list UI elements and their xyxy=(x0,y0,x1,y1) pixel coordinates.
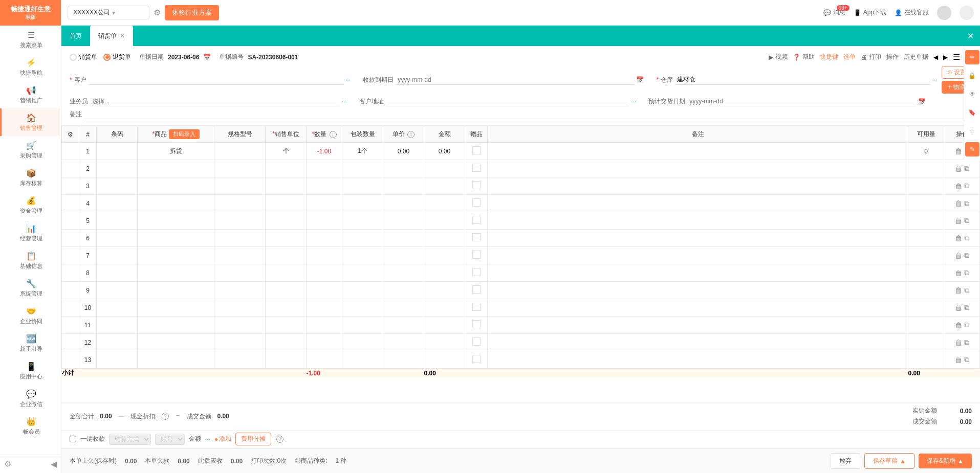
row-product[interactable] xyxy=(138,195,214,212)
row-copy-icon[interactable]: ⧉ xyxy=(964,251,969,260)
expected-date-input[interactable] xyxy=(687,97,916,106)
row-amount[interactable]: 0.00 xyxy=(424,143,465,160)
row-barcode[interactable] xyxy=(97,299,138,317)
expense-info-icon[interactable]: ? xyxy=(276,436,284,443)
user-avatar-2[interactable] xyxy=(960,6,974,20)
gift-checkbox[interactable] xyxy=(472,181,481,189)
row-spec[interactable] xyxy=(214,247,266,264)
calendar-icon[interactable]: 📅 xyxy=(203,54,211,61)
row-barcode[interactable] xyxy=(97,177,138,195)
row-qty[interactable] xyxy=(307,247,342,264)
row-amount[interactable] xyxy=(424,195,465,212)
row-qty[interactable]: -1.00 xyxy=(307,143,342,160)
discard-button[interactable]: 放弃 xyxy=(831,453,860,469)
row-gift[interactable] xyxy=(465,160,488,177)
row-product[interactable] xyxy=(138,264,214,282)
row-product[interactable]: 拆货 xyxy=(138,143,214,160)
row-remark[interactable] xyxy=(488,247,908,264)
row-amount[interactable] xyxy=(424,282,465,299)
row-unit[interactable] xyxy=(266,195,307,212)
row-price[interactable] xyxy=(383,317,424,334)
row-remark[interactable] xyxy=(488,143,908,160)
row-pkgqty[interactable] xyxy=(342,334,383,351)
gift-checkbox[interactable] xyxy=(472,355,481,363)
row-copy-icon[interactable]: ⧉ xyxy=(964,216,969,225)
collapse-icon[interactable]: ◀ xyxy=(51,459,57,469)
row-pkgqty[interactable] xyxy=(342,160,383,177)
sidebar-item-purchase[interactable]: 🛒 采购管理 xyxy=(0,136,61,164)
row-delete-icon[interactable]: 🗑 xyxy=(955,182,962,190)
gift-checkbox[interactable] xyxy=(472,216,481,224)
row-qty[interactable] xyxy=(307,230,342,247)
row-price[interactable] xyxy=(383,264,424,282)
sidebar-item-member[interactable]: 👑 畅会员 xyxy=(0,412,61,440)
print-link[interactable]: 🖨 打印 xyxy=(861,53,881,61)
row-pkgqty[interactable] xyxy=(342,177,383,195)
row-qty[interactable] xyxy=(307,317,342,334)
row-unit[interactable]: 个 xyxy=(266,143,307,160)
shortcut-link[interactable]: 快捷键 xyxy=(820,53,838,61)
video-link[interactable]: ▶ 视频 xyxy=(769,53,788,61)
due-date-input[interactable] xyxy=(396,75,634,85)
row-delete-icon[interactable]: 🗑 xyxy=(955,165,962,173)
message-btn[interactable]: 💬 消息 99+ xyxy=(823,8,845,17)
sidebar-item-guide[interactable]: 🆕 新手引导 xyxy=(0,329,61,357)
trial-button[interactable]: 体验行业方案 xyxy=(165,5,219,20)
save-new-button[interactable]: 保存&新增 ▲ xyxy=(919,454,972,468)
tab-sales-order[interactable]: 销货单 ✕ xyxy=(90,26,133,46)
due-date-calendar-icon[interactable]: 📅 xyxy=(636,76,644,83)
row-delete-icon[interactable]: 🗑 xyxy=(955,217,962,225)
row-delete-icon[interactable]: 🗑 xyxy=(955,252,962,260)
row-spec[interactable] xyxy=(214,177,266,195)
gift-checkbox[interactable] xyxy=(472,303,481,311)
row-barcode[interactable] xyxy=(97,212,138,230)
row-product[interactable] xyxy=(138,212,214,230)
row-delete-icon[interactable]: 🗑 xyxy=(955,304,962,312)
row-gift[interactable] xyxy=(465,212,488,230)
add-payment-button[interactable]: ● 添加 xyxy=(214,435,231,443)
row-amount[interactable] xyxy=(424,299,465,317)
settings-gear-icon[interactable]: ⚙ xyxy=(154,8,161,17)
row-unit[interactable] xyxy=(266,351,307,369)
row-remark[interactable] xyxy=(488,282,908,299)
row-delete-icon[interactable]: 🗑 xyxy=(955,356,962,364)
warehouse-input[interactable] xyxy=(675,75,930,85)
row-unit[interactable] xyxy=(266,334,307,351)
row-amount[interactable] xyxy=(424,177,465,195)
gift-checkbox[interactable] xyxy=(472,198,481,207)
row-barcode[interactable] xyxy=(97,282,138,299)
row-delete-icon[interactable]: 🗑 xyxy=(955,321,962,329)
row-remark[interactable] xyxy=(488,230,908,247)
row-unit[interactable] xyxy=(266,299,307,317)
row-qty[interactable] xyxy=(307,299,342,317)
row-copy-icon[interactable]: ⧉ xyxy=(964,303,969,312)
scan-button[interactable]: 扫码录入 xyxy=(169,129,200,139)
row-product[interactable] xyxy=(138,160,214,177)
row-gift[interactable] xyxy=(465,299,488,317)
row-spec[interactable] xyxy=(214,317,266,334)
row-remark[interactable] xyxy=(488,334,908,351)
right-panel-star[interactable]: ☆ xyxy=(965,124,979,138)
row-pkgqty[interactable] xyxy=(342,247,383,264)
row-delete-icon[interactable]: 🗑 xyxy=(955,339,962,347)
row-delete-icon[interactable]: 🗑 xyxy=(955,234,962,242)
row-copy-icon[interactable]: ⧉ xyxy=(964,199,969,208)
row-gift[interactable] xyxy=(465,264,488,282)
row-copy-icon[interactable]: ⧉ xyxy=(964,164,969,173)
sidebar-item-sales[interactable]: 🏠 销售管理 xyxy=(0,108,61,136)
row-unit[interactable] xyxy=(266,160,307,177)
customer-addr-dots[interactable]: ··· xyxy=(631,98,636,105)
price-info-icon[interactable]: i xyxy=(407,131,415,138)
sidebar-item-operation[interactable]: 📊 经营管理 xyxy=(0,219,61,246)
right-panel-eye[interactable]: 👁 xyxy=(965,87,979,101)
row-delete-icon[interactable]: 🗑 xyxy=(955,199,962,208)
sidebar-item-wechat[interactable]: 💬 企业微信 xyxy=(0,385,61,412)
gift-checkbox[interactable] xyxy=(472,164,481,172)
row-product[interactable] xyxy=(138,247,214,264)
row-barcode[interactable] xyxy=(97,264,138,282)
row-price[interactable] xyxy=(383,334,424,351)
row-price[interactable] xyxy=(383,247,424,264)
sidebar-item-quick-nav[interactable]: ⚡ 快捷导航 xyxy=(0,53,61,81)
gift-checkbox[interactable] xyxy=(472,268,481,276)
notes-input[interactable] xyxy=(84,109,972,119)
